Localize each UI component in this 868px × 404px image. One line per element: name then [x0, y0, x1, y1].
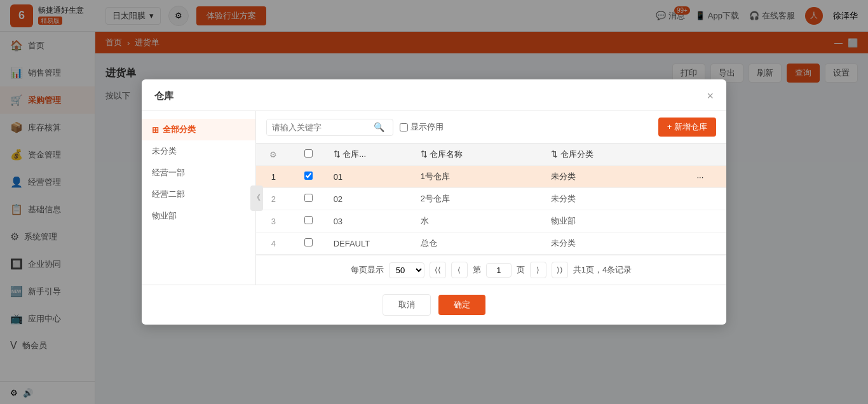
- sort-icon2: ⇅: [421, 149, 428, 159]
- row-checkbox[interactable]: [304, 216, 313, 224]
- row-checkbox-cell: [291, 188, 326, 210]
- search-box: 🔍: [266, 119, 393, 136]
- category-panel: 《 ⊞ 全部分类 未分类 经营一部 经营二部 物业部: [142, 111, 256, 285]
- last-page-button[interactable]: ⟩⟩: [552, 262, 568, 278]
- category-all[interactable]: ⊞ 全部分类: [142, 119, 255, 140]
- table-row[interactable]: 1 01 1号仓库 未分类 ···: [256, 166, 726, 188]
- col-num: ⚙: [256, 144, 291, 166]
- col-actions-header: [674, 144, 726, 166]
- cancel-button[interactable]: 取消: [383, 294, 431, 316]
- page-input[interactable]: [486, 263, 512, 278]
- row-actions: [674, 188, 726, 210]
- category-dept1[interactable]: 经营一部: [142, 162, 255, 184]
- col-checkbox: [291, 144, 326, 166]
- dialog-title: 仓库: [154, 90, 173, 102]
- total-info: 共1页，4条记录: [573, 264, 632, 276]
- next-page-button[interactable]: ⟩: [530, 262, 546, 278]
- row-num: 1: [256, 166, 291, 188]
- page-label: 第: [473, 264, 481, 276]
- prev-page-button[interactable]: ⟨: [451, 262, 468, 278]
- row-code: DEFAULT: [326, 232, 413, 255]
- dialog-close-button[interactable]: ×: [707, 90, 714, 103]
- row-code: 02: [326, 188, 413, 210]
- row-checkbox[interactable]: [304, 238, 313, 246]
- table-row[interactable]: 3 03 水 物业部: [256, 210, 726, 232]
- row-name: 水: [413, 210, 544, 232]
- row-category: 未分类: [543, 188, 674, 210]
- row-actions: ···: [674, 166, 726, 188]
- pagination: 每页显示 50 100 200 ⟨⟨ ⟨ 第 页 ⟩ ⟩⟩ 共1页，4条记录: [256, 255, 726, 285]
- row-actions: [674, 232, 726, 255]
- table-header-row: ⚙ ⇅ 仓库... ⇅ 仓库名称: [256, 144, 726, 166]
- row-code: 01: [326, 166, 413, 188]
- show-disabled-checkbox[interactable]: [400, 123, 408, 131]
- per-page-label: 每页显示: [351, 264, 384, 276]
- row-category: 未分类: [543, 166, 674, 188]
- table-row[interactable]: 2 02 2号仓库 未分类: [256, 188, 726, 210]
- dialog-header: 仓库 ×: [142, 79, 726, 111]
- category-property[interactable]: 物业部: [142, 205, 255, 227]
- category-dept2[interactable]: 经营二部: [142, 184, 255, 205]
- first-page-button[interactable]: ⟨⟨: [430, 262, 446, 278]
- warehouse-right-panel: 🔍 显示停用 + 新增仓库 ⚙: [256, 111, 726, 285]
- grid-icon: ⊞: [152, 125, 159, 135]
- sort-icon: ⇅: [334, 149, 341, 159]
- row-category: 物业部: [543, 210, 674, 232]
- col-category-header[interactable]: ⇅ 仓库分类: [543, 144, 674, 166]
- search-input[interactable]: [267, 119, 369, 135]
- row-name: 总仓: [413, 232, 544, 255]
- search-button[interactable]: 🔍: [369, 122, 390, 132]
- row-name: 2号仓库: [413, 188, 544, 210]
- row-actions: [674, 210, 726, 232]
- dialog-body: 《 ⊞ 全部分类 未分类 经营一部 经营二部 物业部 🔍: [142, 111, 726, 285]
- row-num: 4: [256, 232, 291, 255]
- sort-icon3: ⇅: [551, 149, 558, 159]
- table-row[interactable]: 4 DEFAULT 总仓 未分类: [256, 232, 726, 255]
- warehouse-table-area: ⚙ ⇅ 仓库... ⇅ 仓库名称: [256, 144, 726, 255]
- right-toolbar: 🔍 显示停用 + 新增仓库: [256, 111, 726, 144]
- col-name-header[interactable]: ⇅ 仓库名称: [413, 144, 544, 166]
- warehouse-dialog: 仓库 × 《 ⊞ 全部分类 未分类 经营一部 经营二部 物业部: [142, 79, 726, 325]
- warehouse-table: ⚙ ⇅ 仓库... ⇅ 仓库名称: [256, 144, 726, 255]
- page-unit-label: 页: [517, 264, 525, 276]
- page-size-select[interactable]: 50 100 200: [389, 262, 424, 278]
- show-disabled-label: 显示停用: [400, 121, 444, 133]
- row-category: 未分类: [543, 232, 674, 255]
- dialog-footer: 取消 确定: [142, 285, 726, 325]
- confirm-button[interactable]: 确定: [438, 295, 485, 315]
- add-warehouse-button[interactable]: + 新增仓库: [658, 118, 716, 137]
- select-all-checkbox[interactable]: [304, 149, 313, 158]
- row-checkbox-cell: [291, 232, 326, 255]
- category-uncategorized[interactable]: 未分类: [142, 140, 255, 162]
- col-code-header[interactable]: ⇅ 仓库...: [326, 144, 413, 166]
- gear-col-icon[interactable]: ⚙: [269, 150, 277, 159]
- row-name: 1号仓库: [413, 166, 544, 188]
- collapse-button[interactable]: 《: [250, 185, 263, 211]
- row-code: 03: [326, 210, 413, 232]
- row-num: 3: [256, 210, 291, 232]
- row-checkbox-cell: [291, 166, 326, 188]
- row-checkbox[interactable]: [304, 194, 313, 202]
- row-checkbox-cell: [291, 210, 326, 232]
- row-checkbox[interactable]: [304, 172, 313, 180]
